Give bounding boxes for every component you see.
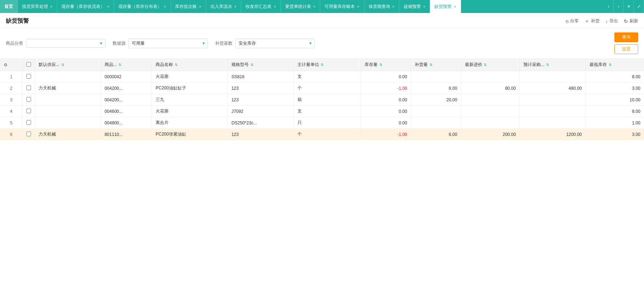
share-action[interactable]: ⎋ 分享 <box>566 18 579 24</box>
th-label-stock_qty: 库存量 <box>365 62 378 67</box>
table-row[interactable]: 4004600...火花塞J7092支0.008.00 <box>0 106 644 117</box>
tab-item-available-ledger[interactable]: 可用量库存账本× <box>320 0 364 13</box>
sort-icon-min_stock: ⇅ <box>608 63 612 67</box>
tab-item-order-stats[interactable]: 要货单统计表× <box>281 0 320 13</box>
th-label-product_code: 商品... <box>105 62 117 67</box>
refresh-action[interactable]: ↻ 刷新 <box>624 18 638 24</box>
tab-next-btn[interactable]: › <box>614 0 624 13</box>
replenish-label: 补货 <box>591 18 600 24</box>
tab-bar: 首页拣货异常处理×现存量（库存状况表）×现存量（库存分布表）×库存批次账×出入库… <box>0 0 644 13</box>
row-checkbox[interactable] <box>26 109 31 113</box>
th-unit[interactable]: 主计量单位 ⇅ <box>293 59 361 71</box>
table-row[interactable]: 2力天机械004200...PC200油缸缸子123个-1.006.0080.0… <box>0 83 644 94</box>
td-min_stock: 8.00 <box>586 71 644 83</box>
tab-close-expiry-query[interactable]: × <box>392 4 395 9</box>
td-spec: DS250*23c... <box>228 117 293 129</box>
td-min_stock: 3.00 <box>586 83 644 94</box>
category-filter-label: 商品分类 <box>6 40 23 47</box>
select-all-checkbox[interactable] <box>26 62 31 67</box>
query-button[interactable]: 查询 <box>614 32 638 42</box>
replenish-basis-chevron-icon: ▾ <box>309 41 312 46</box>
replenish-basis-select[interactable]: 安全库存 ▾ <box>235 39 315 48</box>
row-checkbox[interactable] <box>26 74 31 79</box>
sort-icon-product_code: ⇅ <box>118 63 122 67</box>
tab-item-shortage-warning[interactable]: 缺货预警× <box>430 0 461 13</box>
th-stock_qty[interactable]: 库存量 ⇅ <box>361 59 411 71</box>
row-checkbox[interactable] <box>26 120 31 125</box>
tab-label-available-ledger: 可用量库存账本 <box>325 4 355 10</box>
td-replenish_qty: 20.00 <box>411 94 461 106</box>
table-row[interactable]: 5004800...离合片DS250*23c...只0.001.00 <box>0 117 644 129</box>
tab-item-batch-account[interactable]: 库存批次账× <box>171 0 206 13</box>
td-checkbox[interactable] <box>23 94 35 106</box>
td-index: 4 <box>0 106 23 117</box>
tab-item-home[interactable]: 首页 <box>0 0 18 13</box>
table-header-row: ⚙默认供应... ⇅商品... ⇅商品名称 ⇅规格型号 ⇅主计量单位 ⇅库存量 … <box>0 59 644 71</box>
th-spec[interactable]: 规格型号 ⇅ <box>228 59 293 71</box>
td-checkbox[interactable] <box>23 106 35 117</box>
tab-close-inventory-status[interactable]: × <box>107 4 109 9</box>
row-checkbox[interactable] <box>26 97 31 102</box>
table-row[interactable]: 3004200...三九123箱0.0020.0010.00 <box>0 94 644 106</box>
replenish-basis-filter-group: 补货基数 安全库存 ▾ <box>215 39 315 48</box>
tab-close-inventory-dist[interactable]: × <box>164 4 166 9</box>
tab-item-inventory-dist[interactable]: 现存量（库存分布表）× <box>114 0 171 13</box>
sort-icon-stock_qty: ⇅ <box>378 63 382 67</box>
sort-icon-spec: ⇅ <box>249 63 253 67</box>
th-latest_price[interactable]: 最新进价 ⇅ <box>461 59 520 71</box>
td-checkbox[interactable] <box>23 83 35 94</box>
th-replenish_qty[interactable]: 补货量 ⇅ <box>411 59 461 71</box>
th-label-min_stock: 最低库存 <box>589 62 607 67</box>
settings-gear-icon[interactable]: ⚙ <box>4 62 8 67</box>
th-product_name[interactable]: 商品名称 ⇅ <box>152 59 227 71</box>
th-min_stock[interactable]: 最低库存 ⇅ <box>586 59 644 71</box>
tab-close-btn[interactable]: ✕ <box>624 0 634 13</box>
th-settings: ⚙ <box>0 59 23 71</box>
tab-label-expiry-query: 保质期查询 <box>369 4 390 10</box>
tab-close-shortage-warning[interactable]: × <box>454 4 456 9</box>
sort-icon-est_purchase: ⇅ <box>545 63 549 67</box>
th-label-spec: 规格型号 <box>231 62 249 67</box>
td-checkbox[interactable] <box>23 129 35 140</box>
tab-prev-btn[interactable]: ‹ <box>604 0 614 13</box>
row-checkbox[interactable] <box>26 85 31 90</box>
table-row[interactable]: 10000042火花塞SS816支0.008.00 <box>0 71 644 83</box>
tab-close-defect-process[interactable]: × <box>50 4 52 9</box>
th-est_purchase[interactable]: 预计采购... ⇅ <box>520 59 586 71</box>
replenish-action[interactable]: ＋ 补货 <box>584 18 600 25</box>
datasource-select[interactable]: 可用量 ▾ <box>129 39 208 48</box>
settings-button[interactable]: 设置 <box>614 44 638 54</box>
export-action[interactable]: ↓ 导出 <box>605 18 618 24</box>
td-est_purchase <box>520 94 586 106</box>
tab-close-overstock-warning[interactable]: × <box>423 4 425 9</box>
td-checkbox[interactable] <box>23 71 35 83</box>
table-row[interactable]: 6力天机械801110...PC200张紧油缸123个-1.006.00200.… <box>0 129 644 140</box>
td-checkbox[interactable] <box>23 117 35 129</box>
tab-label-receive-summary: 收发存汇总表 <box>245 4 271 10</box>
row-checkbox[interactable] <box>26 132 31 136</box>
tab-item-defect-process[interactable]: 拣货异常处理× <box>18 0 57 13</box>
tab-close-receive-summary[interactable]: × <box>274 4 276 9</box>
td-unit: 只 <box>293 117 361 129</box>
th-product_code[interactable]: 商品... ⇅ <box>101 59 152 71</box>
tab-close-order-stats[interactable]: × <box>313 4 316 9</box>
header-actions: ⎋ 分享 ＋ 补货 ↓ 导出 ↻ 刷新 <box>566 18 638 25</box>
th-default_supplier[interactable]: 默认供应... ⇅ <box>35 59 101 71</box>
tab-item-overstock-warning[interactable]: 超储预警× <box>399 0 430 13</box>
data-table: ⚙默认供应... ⇅商品... ⇅商品名称 ⇅规格型号 ⇅主计量单位 ⇅库存量 … <box>0 59 644 140</box>
td-unit: 箱 <box>293 94 361 106</box>
td-est_purchase: 1200.00 <box>520 129 586 140</box>
tab-item-in-out-flow[interactable]: 出入库流水× <box>206 0 241 13</box>
td-product_name: 三九 <box>152 94 227 106</box>
tab-item-receive-summary[interactable]: 收发存汇总表× <box>241 0 280 13</box>
td-index: 5 <box>0 117 23 129</box>
tab-expand-btn[interactable]: ⤢ <box>634 0 644 13</box>
category-select[interactable]: ▾ <box>26 39 105 48</box>
tab-close-available-ledger[interactable]: × <box>357 4 359 9</box>
td-min_stock: 1.00 <box>586 117 644 129</box>
tab-item-inventory-status[interactable]: 现存量（库存状况表）× <box>57 0 114 13</box>
tab-close-in-out-flow[interactable]: × <box>234 4 236 9</box>
tab-close-batch-account[interactable]: × <box>199 4 201 9</box>
td-spec: 123 <box>228 83 293 94</box>
tab-item-expiry-query[interactable]: 保质期查询× <box>364 0 399 13</box>
